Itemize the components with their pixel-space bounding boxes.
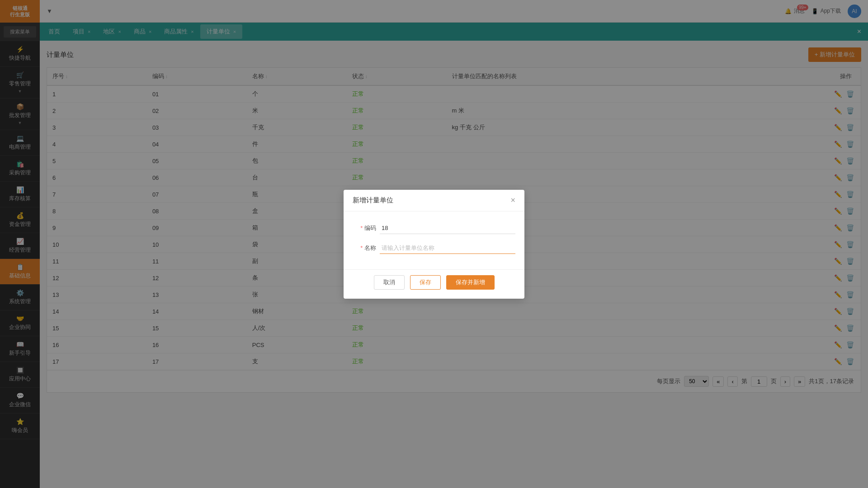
name-input[interactable]: [380, 242, 515, 254]
modal-title: 新增计量单位: [353, 196, 393, 205]
modal-overlay[interactable]: 新增计量单位 × 编码 名称 取消 保存 保存并新增: [0, 0, 868, 488]
name-label: 名称: [353, 244, 380, 252]
code-input[interactable]: [380, 222, 515, 234]
code-label: 编码: [353, 224, 380, 232]
modal-body: 编码 名称: [344, 211, 524, 269]
modal-header: 新增计量单位 ×: [344, 190, 524, 211]
modal-close-button[interactable]: ×: [510, 196, 515, 204]
name-form-row: 名称: [353, 242, 515, 254]
add-unit-modal: 新增计量单位 × 编码 名称 取消 保存 保存并新增: [344, 190, 524, 299]
cancel-button[interactable]: 取消: [374, 275, 405, 290]
save-and-new-button[interactable]: 保存并新增: [446, 275, 495, 290]
modal-footer: 取消 保存 保存并新增: [344, 269, 524, 299]
code-form-row: 编码: [353, 222, 515, 234]
save-button[interactable]: 保存: [410, 275, 441, 290]
